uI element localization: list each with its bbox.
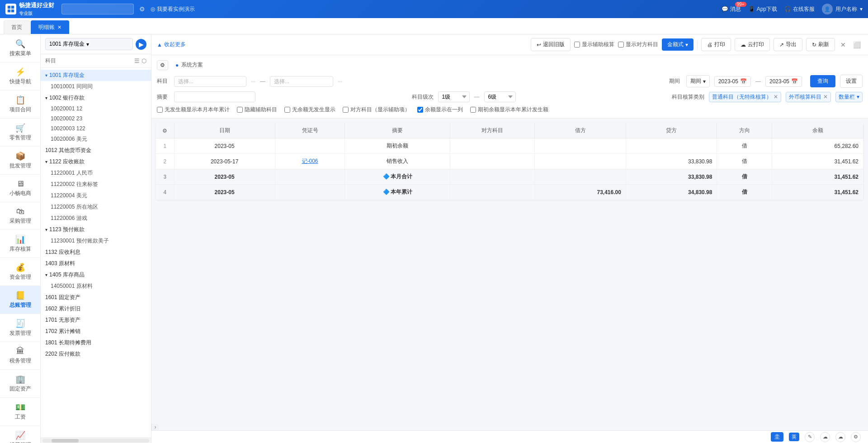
check-show-contra[interactable]: 对方科目（显示辅助项）: [343, 106, 410, 114]
right-collapse-btn[interactable]: ›: [151, 424, 159, 430]
user-menu[interactable]: 👤 用户名称 ▾: [822, 4, 863, 14]
check-hide-aux-input[interactable]: [237, 107, 243, 113]
tree-item-11220006[interactable]: 11220006 游戏: [41, 213, 151, 224]
edit-icon-btn[interactable]: ✎: [805, 432, 815, 442]
check-type-tag-foreign-close-icon[interactable]: ✕: [823, 94, 828, 100]
sidebar-item-invoice[interactable]: 🧾 发票管理: [0, 314, 40, 342]
tab-home[interactable]: 首页: [4, 20, 30, 34]
sidebar-item-tax[interactable]: 🏛 税务管理: [0, 342, 40, 370]
subject-to-input[interactable]: [270, 76, 333, 87]
tree-item-1123[interactable]: ▾ 1123 预付账款: [41, 224, 151, 235]
check-no-balance-input[interactable]: [157, 107, 163, 113]
tree-item-1122[interactable]: ▾ 1122 应收账款: [41, 156, 151, 167]
maximize-btn[interactable]: ⬜: [851, 41, 863, 48]
tree-item-1405[interactable]: ▾ 1405 库存商品: [41, 269, 151, 281]
check-opening-input[interactable]: [470, 107, 476, 113]
level-to-select[interactable]: 6级1级2级3级4级5级: [484, 91, 516, 102]
sidebar-item-business[interactable]: 📈 经营管理: [0, 426, 40, 443]
account-selector[interactable]: 1001 库存现金 ▾: [45, 38, 133, 50]
sidebar-item-retail[interactable]: 🛒 零售管理: [0, 119, 40, 147]
tree-item-1602[interactable]: 1602 累计折旧: [41, 303, 151, 314]
sidebar-item-purchase[interactable]: 🛍 采购管理: [0, 202, 40, 230]
tree-item-10020002[interactable]: 10020002 23: [41, 114, 151, 124]
settings-gear-icon[interactable]: ⚙: [139, 5, 145, 13]
qty-tag[interactable]: 数量栏 ▾: [835, 92, 863, 102]
tree-item-1132[interactable]: 1132 应收利息: [41, 247, 151, 258]
cloud-sync-icon-btn[interactable]: ☁: [820, 432, 830, 442]
tree-item-1012[interactable]: 1012 其他货币资金: [41, 145, 151, 156]
demo-link[interactable]: ◎ 我要看实例演示: [151, 5, 195, 13]
tree-item-1403[interactable]: 1403 原材料: [41, 258, 151, 269]
show-contra-checkbox[interactable]: [618, 42, 624, 48]
settings-btn[interactable]: 设置: [840, 75, 863, 88]
period-type-selector[interactable]: 期间 ▾: [686, 75, 710, 87]
check-balance-col-input[interactable]: [417, 107, 423, 113]
sidebar-item-inventory[interactable]: 📊 库存核算: [0, 230, 40, 258]
export-btn[interactable]: ↗ 导出: [774, 38, 802, 51]
left-panel-hscroll[interactable]: [41, 438, 151, 443]
check-no-zero-input[interactable]: [284, 107, 290, 113]
status-btn-round-main[interactable]: 圭: [771, 432, 783, 442]
close-panel-btn[interactable]: ✕: [839, 41, 848, 48]
cloud-print-btn[interactable]: ☁ 云打印: [735, 38, 770, 51]
account-confirm-btn[interactable]: ▶: [136, 39, 146, 50]
sidebar-item-search[interactable]: 🔍 搜索菜单: [0, 34, 40, 62]
sidebar-item-ledger[interactable]: 📒 总账管理: [0, 286, 40, 314]
check-show-contra-input[interactable]: [343, 107, 349, 113]
level-from-select[interactable]: 1级2级3级4级5级6级: [438, 91, 470, 102]
check-hide-aux[interactable]: 隐藏辅助科目: [237, 106, 277, 114]
tree-item-1702[interactable]: 1702 累计摊销: [41, 326, 151, 337]
sidebar-item-project[interactable]: 📋 项目合同: [0, 91, 40, 119]
tab-detail-close-icon[interactable]: ✕: [57, 25, 61, 30]
tree-item-1601[interactable]: 1601 固定资产: [41, 292, 151, 303]
show-contra-check[interactable]: 显示对方科目: [618, 41, 658, 48]
print-btn[interactable]: 🖨 打印: [701, 38, 731, 51]
refresh-btn[interactable]: ↻ 刷新: [806, 38, 835, 51]
check-no-zero[interactable]: 无余额无发生显示: [284, 106, 335, 114]
tree-item-11230001[interactable]: 11230001 预付账款美子: [41, 235, 151, 247]
show-aux-checkbox[interactable]: [574, 42, 580, 48]
tree-item-1701[interactable]: 1701 无形资产: [41, 314, 151, 326]
sidebar-item-wholesale[interactable]: 📦 批发管理: [0, 147, 40, 175]
tree-item-1002[interactable]: ▾ 1002 银行存款: [41, 92, 151, 104]
tab-detail[interactable]: 明细账 ✕: [31, 20, 69, 34]
tree-item-1001[interactable]: ▾ 1001 库存现金: [41, 70, 151, 81]
settings-icon-btn[interactable]: ⚙: [851, 432, 861, 442]
tree-item-10020001[interactable]: 10020001 12: [41, 104, 151, 114]
tree-item-11220001[interactable]: 11220001 人民币: [41, 167, 151, 179]
message-btn[interactable]: 💬 消息 99+: [722, 5, 741, 13]
amount-format-btn[interactable]: 金额式 ▾: [662, 38, 693, 51]
filter-settings-icon-btn[interactable]: ⚙: [157, 60, 168, 70]
tree-item-2202[interactable]: 2202 应付账款: [41, 348, 151, 360]
subject-input[interactable]: [174, 76, 246, 87]
check-balance-col[interactable]: 余额显示在一列: [417, 106, 463, 114]
tree-item-11220002[interactable]: 11220002 往来标签: [41, 179, 151, 190]
topbar-search-input[interactable]: [61, 4, 134, 14]
voucher-link[interactable]: 记-006: [302, 158, 318, 164]
col-settings[interactable]: ⚙: [156, 123, 174, 138]
row-2-voucher[interactable]: 记-006: [275, 154, 345, 169]
lang-btn[interactable]: 英: [789, 433, 799, 441]
check-type-tag-normal[interactable]: 普通科目（无特殊核算） ✕: [709, 92, 781, 102]
tree-item-14050001[interactable]: 14050001 原材料: [41, 281, 151, 292]
cloud2-icon-btn[interactable]: ☁: [835, 432, 845, 442]
tree-item-10020006[interactable]: 10020006 美元: [41, 133, 151, 145]
sidebar-item-fixed[interactable]: 🏢 固定资产: [0, 370, 40, 398]
sidebar-item-quicknav[interactable]: ⚡ 快捷导航: [0, 62, 40, 91]
collapse-filter-btn[interactable]: ▲ 收起更多: [157, 41, 186, 48]
filter-scheme[interactable]: ● 系统方案: [172, 60, 207, 70]
check-type-tag-foreign[interactable]: 外币核算科目 ✕: [786, 92, 831, 102]
tree-item-10020003[interactable]: 10020003 122: [41, 124, 151, 133]
sidebar-item-ecommerce[interactable]: 🖥 小畅电商: [0, 175, 40, 202]
list-view-icon[interactable]: ☰: [134, 57, 140, 64]
sidebar-item-capital[interactable]: 💰 资金管理: [0, 258, 40, 286]
tree-item-10010001[interactable]: 10010001 同同同: [41, 81, 151, 92]
tree-item-11220004[interactable]: 11220004 美元: [41, 190, 151, 201]
online-service-btn[interactable]: 🎧 在线客服: [784, 5, 815, 13]
app-download-btn[interactable]: 📱 App下载: [748, 5, 777, 13]
main-round-btn[interactable]: 圭: [771, 432, 783, 442]
show-aux-check[interactable]: 显示辅助核算: [574, 41, 614, 48]
back-old-btn[interactable]: ↩ 退回旧版: [531, 38, 571, 51]
check-opening[interactable]: 期初余额显示本年累计发生额: [470, 106, 548, 114]
tree-item-1801[interactable]: 1801 长期待摊费用: [41, 337, 151, 348]
